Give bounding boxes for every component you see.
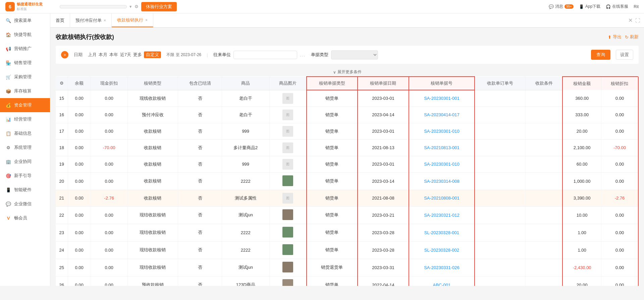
settings-topbar-icon[interactable]: ⚙ [135, 4, 139, 9]
bill-no-link[interactable]: SA-20230301-010 [424, 162, 460, 167]
sidebar-item-sales[interactable]: 🏪 销售管理 [0, 56, 50, 70]
row-bill-date: 2023-03-01 [358, 156, 409, 172]
row-bill-no[interactable]: SA-20230301-010 [409, 156, 475, 172]
filter-this-year[interactable]: 本年 [109, 52, 118, 58]
settings-button[interactable]: 设置 [616, 50, 633, 60]
content-area: 首页 预付冲应付单 × 收款核销执行 × ✕ ⛶ 收款核销执行(按收款) ⬆ 导… [50, 13, 644, 286]
row-bill-date: 2023-03-28 [358, 224, 409, 241]
message-icon: 💬 [549, 4, 554, 9]
row-bill-no[interactable]: SA-20230321-012 [409, 206, 475, 224]
export-button[interactable]: ⬆ 导出 [608, 34, 622, 40]
tab-close-window-icon[interactable]: ✕ [628, 17, 633, 24]
sidebar-item-wechat[interactable]: 💬 企业微信 [0, 197, 50, 211]
sidebar-item-system[interactable]: ⚙ 系统管理 [0, 140, 50, 155]
bill-no-link[interactable]: SA-20210813-001 [424, 145, 460, 150]
bill-no-link[interactable]: SA-20230301-010 [424, 129, 460, 134]
row-balance: 0.00 [68, 259, 91, 276]
row-product: 2222 [222, 241, 269, 259]
row-bill-no[interactable]: SA-20230301-010 [409, 123, 475, 139]
row-bill-no[interactable]: SA-20230314-008 [409, 172, 475, 190]
bill-no-link[interactable]: SA-20230301-001 [424, 96, 460, 101]
row-bill-no[interactable]: SA-20210813-001 [409, 139, 475, 156]
sidebar-item-management[interactable]: 📊 经营管理 [0, 112, 50, 126]
row-receipt-order-no [475, 106, 526, 123]
bill-no-link[interactable]: SA-20230331-026 [424, 265, 460, 270]
search-box-display [60, 5, 127, 8]
search-button[interactable]: 查询 [591, 50, 610, 60]
sidebar-item-funds[interactable]: 💰 资金管理 [0, 98, 50, 112]
row-id: 22 [56, 206, 68, 224]
tab-receipt-cancel[interactable]: 收款核销执行 × [112, 13, 153, 27]
bill-no-link[interactable]: SL-20230328-002 [424, 248, 459, 253]
sidebar-item-hardware[interactable]: 📱 智能硬件 [0, 183, 50, 197]
solution-button[interactable]: 休验行业方案 [141, 2, 177, 11]
tab-home[interactable]: 首页 [50, 13, 70, 27]
sidebar-item-marketing[interactable]: 📢 营销推广 [0, 42, 50, 56]
row-receipt-order-no [475, 172, 526, 190]
bill-no-link[interactable]: SL-20230328-001 [424, 230, 459, 235]
filter-last-month[interactable]: 上月 [88, 52, 97, 58]
row-id: 17 [56, 123, 68, 139]
sidebar-item-search[interactable]: 🔍 搜索菜单 [0, 13, 50, 28]
home-icon: 🏠 [5, 32, 11, 38]
row-cancel-amount: 20.00 [562, 276, 601, 286]
col-settings[interactable]: ⚙ [56, 77, 68, 90]
bill-no-link[interactable]: ABC-001 [433, 283, 451, 286]
messages-item[interactable]: 💬 消息 99+ [549, 4, 574, 9]
row-bill-type: 销货单 [307, 190, 358, 206]
sidebar: 🔍 搜索菜单 🏠 快捷导航 📢 营销推广 🏪 销售管理 🛒 采购管理 📦 库存核… [0, 13, 50, 286]
row-bill-no[interactable]: SA-20230414-017 [409, 106, 475, 123]
app-download-item[interactable]: 📱 App下载 [579, 4, 600, 9]
search-icon: 🔍 [5, 17, 11, 24]
row-bill-no[interactable]: SA-20230331-026 [409, 259, 475, 276]
refresh-button[interactable]: ↻ 刷新 [625, 34, 639, 40]
filter-this-month[interactable]: 本月 [99, 52, 107, 58]
user-item[interactable]: Rit [634, 4, 639, 9]
row-cancel-type: 预付冲应收 [127, 106, 178, 123]
filter-more[interactable]: 更多 [133, 52, 142, 58]
col-cancel-type: 核销类型 [127, 77, 178, 90]
filter-bill-type-select[interactable] [331, 50, 378, 59]
filter-7days[interactable]: 近7天 [120, 52, 131, 58]
row-bill-no[interactable]: SA-20230301-001 [409, 90, 475, 106]
sidebar-item-basic[interactable]: 📋 基础信息 [0, 126, 50, 140]
sidebar-item-purchase[interactable]: 🛒 采购管理 [0, 70, 50, 84]
expand-more-bar[interactable]: ∨ 展开更多条件 [56, 68, 639, 76]
sidebar-item-inventory[interactable]: 📦 库存核算 [0, 84, 50, 98]
row-bill-no[interactable]: ABC-001 [409, 276, 475, 286]
row-product-img: 图 [269, 156, 306, 172]
tab-close-prepay[interactable]: × [104, 18, 106, 23]
sidebar-item-nav[interactable]: 🏠 快捷导航 [0, 28, 50, 42]
bill-no-link[interactable]: SA-20230414-017 [424, 112, 460, 117]
row-receipt-order-no [475, 206, 526, 224]
table-row: 16 0.00 0.00 预付冲应收 否 老白干 图 销货单 2023-04-1… [56, 106, 638, 123]
row-balance: 0.00 [68, 123, 91, 139]
sidebar-item-member[interactable]: V 畅会员 [0, 211, 50, 225]
sidebar-item-enterprise[interactable]: 🏢 企业协同 [0, 155, 50, 169]
row-product-img [269, 172, 306, 190]
filter-custom[interactable]: 自定义 [144, 51, 161, 58]
row-receipt-order-no [475, 123, 526, 139]
dropdown-icon[interactable]: ▾ [129, 4, 132, 9]
row-balance: 0.00 [68, 172, 91, 190]
refresh-icon: ↻ [625, 35, 629, 40]
filter-expand-button[interactable]: » [61, 51, 68, 58]
row-bill-no[interactable]: SL-20230328-001 [409, 224, 475, 241]
filter-from-unit-input[interactable] [233, 51, 297, 59]
bill-no-link[interactable]: SA-20210808-001 [424, 196, 460, 201]
data-table: ⚙ 余额 现金折扣 核销类型 包含已结清 商品 商品图片 核销单据类型 核销单据… [56, 76, 639, 286]
tab-maximize-icon[interactable]: ⛶ [635, 18, 640, 23]
tab-close-receipt[interactable]: × [145, 18, 148, 23]
row-product-img [269, 224, 306, 241]
row-bill-no[interactable]: SL-20230328-002 [409, 241, 475, 259]
tab-prepay[interactable]: 预付冲应付单 × [70, 13, 112, 27]
online-service-item[interactable]: 🎧 在线客服 [606, 4, 628, 9]
sidebar-item-guide[interactable]: 🎯 新手引导 [0, 169, 50, 183]
bill-no-link[interactable]: SA-20230314-008 [424, 179, 460, 184]
table-row: 21 0.00 -2.76 收款核销 否 测试多属性 图 销货单 2021-08… [56, 190, 638, 206]
row-bill-no[interactable]: SA-20210808-001 [409, 190, 475, 206]
row-include-settled: 否 [178, 259, 222, 276]
bill-no-link[interactable]: SA-20230321-012 [424, 213, 460, 218]
data-table-container: ⚙ 余额 现金折扣 核销类型 包含已结清 商品 商品图片 核销单据类型 核销单据… [56, 76, 639, 286]
filter-from-unit-dots[interactable]: ... [300, 52, 306, 57]
